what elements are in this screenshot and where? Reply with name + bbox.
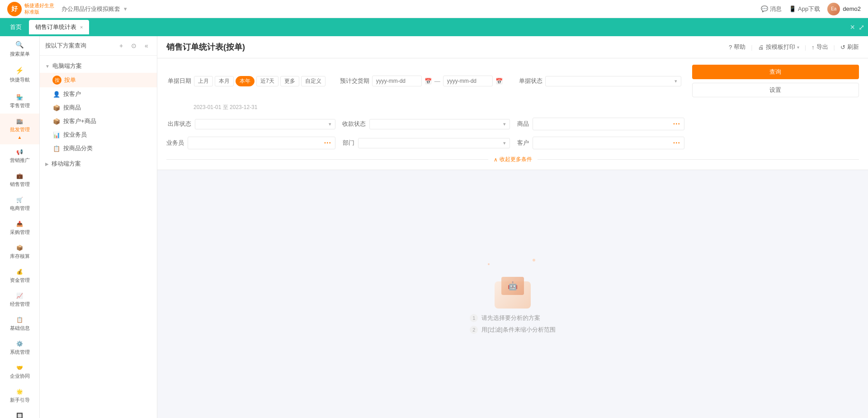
filter-main: 单据日期 上月 本月 本年 近7天 更多 自定义 bbox=[166, 65, 859, 149]
query-btn[interactable]: 查询 bbox=[692, 65, 859, 79]
collection-status-label: 收款状态 bbox=[341, 120, 366, 128]
tree-item-by-product[interactable]: 📦 按商品 bbox=[40, 101, 157, 114]
customer-select[interactable]: ··· bbox=[533, 137, 684, 149]
date-from-input[interactable] bbox=[372, 76, 422, 86]
date-btn-custom[interactable]: 自定义 bbox=[301, 76, 326, 86]
main-layout: 🔍 搜索菜单 ⚡ 零售管理 快捷导航 🏪 零售管理 🏬 批发管理 ▲ 📢 营销推… bbox=[0, 36, 868, 418]
tree-item-by-product-category[interactable]: 📋 按商品分类 bbox=[40, 142, 157, 155]
pc-section: ▼ 电脑端方案 按 按单 👤 按客户 📦 bbox=[40, 59, 157, 155]
content-body: 🤖 1 请先选择要分析的方案 2 用[过滤]条件来缩小分析范围 bbox=[157, 170, 868, 418]
document-status-select[interactable]: ▾ bbox=[545, 76, 681, 86]
print-btn[interactable]: 🖨 按模板打印 ▾ bbox=[758, 43, 799, 51]
salesperson-more-dots[interactable]: ··· bbox=[324, 139, 331, 147]
settings-icon: ⊙ bbox=[131, 42, 137, 49]
logo-icon: 好 bbox=[7, 2, 22, 16]
tree-area: ▼ 电脑端方案 按 按单 👤 按客户 📦 bbox=[40, 56, 157, 418]
date-btn-last-7-days[interactable]: 近7天 bbox=[256, 76, 278, 86]
sidebar-item-wholesale[interactable]: 🏬 批发管理 ▲ bbox=[0, 114, 39, 144]
department-select[interactable]: ▾ bbox=[358, 138, 510, 148]
by-product-category-label: 按商品分类 bbox=[63, 144, 93, 152]
settings-plan-btn[interactable]: ⊙ bbox=[129, 41, 139, 51]
sidebar-item-basic[interactable]: 📋 基础信息 bbox=[0, 312, 39, 336]
date-btn-more[interactable]: 更多 bbox=[280, 76, 299, 86]
calendar-to-icon[interactable]: 📅 bbox=[495, 78, 503, 85]
tab-home[interactable]: 首页 bbox=[4, 20, 28, 34]
window-expand-btn[interactable]: ⤢ bbox=[859, 23, 864, 32]
date-btn-this-year[interactable]: 本年 bbox=[236, 76, 255, 86]
sidebar-item-app-center[interactable]: 🔲 应用中心 bbox=[0, 408, 39, 418]
salesperson-group: 业务员 ··· bbox=[166, 137, 335, 149]
tab-close-icon[interactable]: × bbox=[80, 24, 83, 30]
sidebar-search[interactable]: 🔍 搜索菜单 bbox=[0, 36, 39, 62]
user-area[interactable]: Ea demo2 bbox=[827, 3, 861, 15]
date-range-text: 2023-01-01 至 2023-12-31 bbox=[166, 104, 859, 111]
shipping-status-label: 出库状态 bbox=[166, 120, 191, 128]
settings-btn[interactable]: 设置 bbox=[692, 83, 859, 97]
tree-item-by-customer[interactable]: 👤 按客户 bbox=[40, 87, 157, 101]
sidebar-item-purchase[interactable]: 📥 采购管理 bbox=[0, 216, 39, 240]
quick-nav-icon: ⚡ bbox=[15, 66, 24, 75]
pc-section-header[interactable]: ▼ 电脑端方案 bbox=[40, 59, 157, 73]
collapse-panel-btn[interactable]: « bbox=[142, 41, 151, 51]
logo-area: 好 畅捷通好生意 标准版 bbox=[7, 2, 54, 16]
app-download-action[interactable]: 📱 App下载 bbox=[789, 5, 820, 13]
salesperson-select[interactable]: ··· bbox=[188, 137, 335, 149]
document-date-label: 单据日期 bbox=[166, 77, 191, 85]
by-salesperson-icon: 📊 bbox=[52, 131, 61, 139]
app-title-dropdown[interactable]: ▾ bbox=[124, 5, 127, 12]
tree-item-by-customer-product[interactable]: 📦 按客户+商品 bbox=[40, 114, 157, 128]
shipping-status-select[interactable]: ▾ bbox=[195, 119, 335, 129]
empty-tip-2: 2 用[过滤]条件来缩小分析范围 bbox=[470, 326, 555, 334]
mobile-section: ▶ 移动端方案 bbox=[40, 157, 157, 171]
product-more-dots[interactable]: ··· bbox=[673, 120, 680, 128]
sidebar-item-system[interactable]: ⚙️ 系统管理 bbox=[0, 336, 39, 360]
app-center-icon: 🔲 bbox=[16, 413, 23, 418]
refresh-btn[interactable]: ↺ 刷新 bbox=[840, 43, 859, 51]
top-bar-left: 好 畅捷通好生意 标准版 办公用品行业模拟账套 ▾ bbox=[7, 2, 127, 16]
sidebar-item-newbie[interactable]: 🌟 新手引导 bbox=[0, 384, 39, 408]
help-btn[interactable]: ? 帮助 bbox=[729, 43, 745, 51]
mobile-section-header[interactable]: ▶ 移动端方案 bbox=[40, 157, 157, 171]
tab-sales-order-summary[interactable]: 销售订单统计表 × bbox=[29, 20, 89, 34]
salesperson-label: 业务员 bbox=[166, 139, 184, 147]
by-product-icon: 📦 bbox=[52, 104, 61, 112]
sidebar-item-marketing[interactable]: 📢 营销推广 bbox=[0, 144, 39, 168]
message-action[interactable]: 💬 消息 bbox=[761, 5, 782, 13]
date-btn-this-month[interactable]: 本月 bbox=[215, 76, 234, 86]
sidebar-item-finance[interactable]: 💰 资金管理 bbox=[0, 264, 39, 288]
sales-icon: 💼 bbox=[16, 173, 23, 179]
collapse-bar: ∧ 收起更多条件 bbox=[166, 156, 859, 163]
empty-state: 🤖 1 请先选择要分析的方案 2 用[过滤]条件来缩小分析范围 bbox=[470, 254, 555, 334]
sidebar-item-inventory[interactable]: 📦 库存核算 bbox=[0, 240, 39, 264]
sidebar-item-operations[interactable]: 📈 经营管理 bbox=[0, 288, 39, 312]
date-to-input[interactable] bbox=[443, 76, 493, 86]
product-select[interactable]: ··· bbox=[533, 118, 684, 130]
collection-status-select[interactable]: ▾ bbox=[369, 119, 510, 129]
sidebar-item-sales[interactable]: 💼 销售管理 bbox=[0, 168, 39, 192]
pc-section-label: 电脑端方案 bbox=[52, 62, 82, 70]
tree-item-by-order[interactable]: 按 按单 bbox=[40, 73, 157, 87]
wholesale-icon: 🏬 bbox=[16, 118, 23, 124]
sidebar-quick-nav[interactable]: ⚡ 零售管理 快捷导航 bbox=[0, 62, 39, 88]
collapse-btn[interactable]: ∧ 收起更多条件 bbox=[488, 156, 538, 163]
user-name: demo2 bbox=[843, 5, 861, 12]
sidebar: 🔍 搜索菜单 ⚡ 零售管理 快捷导航 🏪 零售管理 🏬 批发管理 ▲ 📢 营销推… bbox=[0, 36, 40, 418]
collection-status-group: 收款状态 ▾ bbox=[341, 119, 510, 129]
by-order-label: 按单 bbox=[64, 76, 76, 84]
window-close-btn[interactable]: × bbox=[850, 23, 855, 32]
refresh-icon: ↺ bbox=[840, 44, 845, 51]
sidebar-item-enterprise[interactable]: 🤝 企业协同 bbox=[0, 360, 39, 384]
tree-item-by-salesperson[interactable]: 📊 按业务员 bbox=[40, 128, 157, 142]
sidebar-item-retail[interactable]: 🏪 零售管理 bbox=[0, 90, 39, 114]
sidebar-item-ecommerce[interactable]: 🛒 电商管理 bbox=[0, 192, 39, 216]
add-plan-btn[interactable]: + bbox=[116, 41, 126, 51]
by-order-icon: 按 bbox=[52, 76, 61, 85]
date-btn-last-month[interactable]: 上月 bbox=[194, 76, 213, 86]
export-btn[interactable]: ↑ 导出 bbox=[811, 43, 828, 51]
marketing-icon: 📢 bbox=[16, 149, 23, 155]
calendar-from-icon[interactable]: 📅 bbox=[425, 78, 432, 85]
left-panel-header: 按以下方案查询 + ⊙ « bbox=[40, 36, 157, 56]
by-salesperson-label: 按业务员 bbox=[63, 131, 87, 139]
department-arrow: ▾ bbox=[503, 140, 506, 146]
customer-more-dots[interactable]: ··· bbox=[673, 139, 680, 147]
